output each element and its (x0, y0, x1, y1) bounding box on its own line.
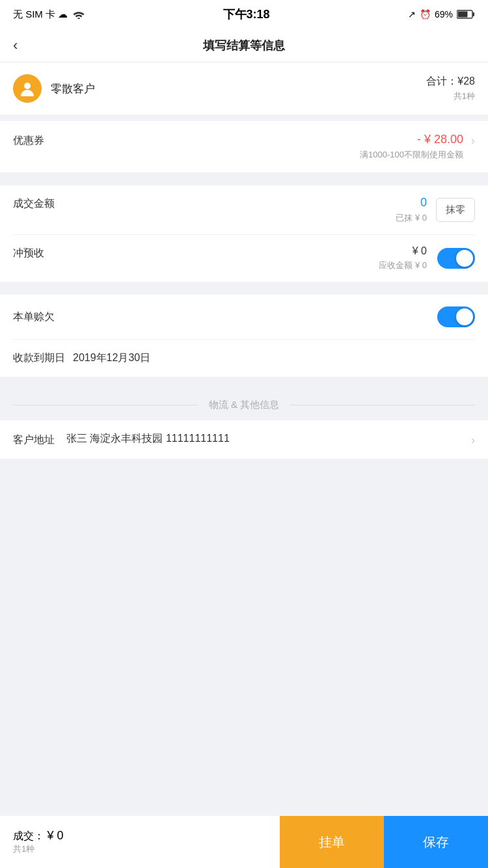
deal-amount-right: 0 已抹 ¥ 0 抹零 (396, 196, 475, 224)
deal-sub: 已抹 ¥ 0 (396, 212, 427, 224)
address-row[interactable]: 客户地址 张三 海淀永丰科技园 11111111111 › (0, 420, 488, 459)
section-divider-3 (0, 383, 488, 390)
logistics-header: 物流 & 其他信息 (0, 390, 488, 420)
debt-toggle[interactable] (437, 306, 475, 327)
svg-rect-3 (457, 12, 467, 18)
deal-value[interactable]: 0 (396, 196, 427, 210)
toggle-knob (456, 250, 473, 267)
bottom-bar: 成交： ¥ 0 共1种 挂单 保存 (0, 816, 488, 868)
customer-section: 零散客户 合计：¥28 共1种 (0, 62, 488, 115)
customer-avatar (13, 74, 42, 103)
prepay-right: ¥ 0 应收金额 ¥ 0 (379, 245, 475, 271)
deal-amount-label: 成交金额 (13, 196, 65, 211)
pend-button[interactable]: 挂单 (280, 816, 384, 868)
due-date-value[interactable]: 2019年12月30日 (73, 351, 150, 365)
section-divider-1 (0, 179, 488, 185)
battery-label: 69% (435, 9, 453, 20)
customer-left: 零散客户 (13, 74, 95, 103)
summary-amount: ¥ 0 (47, 829, 63, 842)
customer-count: 共1种 (426, 90, 475, 102)
summary-count: 共1种 (13, 843, 267, 855)
deal-input-area: 0 已抹 ¥ 0 (396, 196, 427, 224)
prepay-value-area: ¥ 0 应收金额 ¥ 0 (379, 245, 427, 271)
summary-label: 成交： (13, 830, 44, 841)
nav-bar: ‹ 填写结算等信息 (0, 29, 488, 62)
round-zero-button[interactable]: 抹零 (436, 198, 475, 222)
debt-row: 本单赊欠 (0, 295, 488, 339)
customer-row: 零散客户 合计：¥28 共1种 (0, 62, 488, 115)
prepay-sub: 应收金额 ¥ 0 (379, 260, 427, 271)
address-value: 张三 海淀永丰科技园 11111111111 (66, 432, 230, 446)
deal-amount-row: 成交金额 0 已抹 ¥ 0 抹零 (0, 185, 488, 234)
customer-total: 合计：¥28 (426, 75, 475, 88)
deal-section: 成交金额 0 已抹 ¥ 0 抹零 冲预收 ¥ 0 应收金额 ¥ 0 (0, 185, 488, 282)
address-label: 客户地址 (13, 432, 59, 447)
bottom-summary: 成交： ¥ 0 共1种 (0, 829, 280, 855)
debt-section: 本单赊欠 收款到期日 2019年12月30日 (0, 295, 488, 377)
bottom-summary-top: 成交： ¥ 0 (13, 829, 267, 843)
header-line-left (13, 405, 198, 405)
coupon-value-area: - ¥ 28.00 满1000-100不限制使用金额 (360, 133, 463, 161)
status-right: ↗ ⏰ 69% (408, 9, 475, 20)
prepay-label: 冲预收 (13, 245, 65, 260)
wifi-icon (73, 10, 85, 19)
svg-point-0 (77, 18, 80, 19)
prepay-toggle[interactable] (437, 248, 475, 269)
address-left: 客户地址 张三 海淀永丰科技园 11111111111 (13, 432, 230, 447)
header-line-right (290, 405, 475, 405)
coupon-section: 优惠券 - ¥ 28.00 满1000-100不限制使用金额 › (0, 121, 488, 172)
status-bar: 无 SIM 卡 ☁ 下午3:18 ↗ ⏰ 69% (0, 0, 488, 29)
location-icon: ↗ (408, 9, 416, 20)
no-sim-label: 无 SIM 卡 ☁ (13, 8, 68, 21)
status-time: 下午3:18 (223, 7, 270, 22)
customer-name: 零散客户 (51, 81, 95, 96)
customer-right: 合计：¥28 共1种 (426, 75, 475, 102)
back-button[interactable]: ‹ (13, 37, 18, 54)
coupon-desc: 满1000-100不限制使用金额 (360, 149, 463, 161)
coupon-row[interactable]: 优惠券 - ¥ 28.00 满1000-100不限制使用金额 › (0, 121, 488, 172)
main-content: 零散客户 合计：¥28 共1种 优惠券 - ¥ 28.00 满1000-100不… (0, 62, 488, 524)
page-title: 填写结算等信息 (203, 38, 285, 53)
battery-icon (457, 10, 475, 19)
svg-rect-2 (472, 12, 474, 16)
prepay-amount: ¥ 0 (379, 245, 427, 257)
debt-toggle-knob (456, 308, 473, 325)
prepay-row: 冲预收 ¥ 0 应收金额 ¥ 0 (0, 235, 488, 282)
address-section: 客户地址 张三 海淀永丰科技园 11111111111 › (0, 420, 488, 459)
address-chevron-icon: › (471, 432, 475, 447)
chevron-right-icon: › (471, 133, 475, 148)
coupon-discount: - ¥ 28.00 (360, 133, 463, 146)
section-divider-2 (0, 288, 488, 295)
save-button[interactable]: 保存 (384, 816, 488, 868)
due-date-row: 收款到期日 2019年12月30日 (0, 340, 488, 377)
status-left: 无 SIM 卡 ☁ (13, 8, 85, 21)
svg-point-4 (24, 83, 31, 89)
coupon-right: - ¥ 28.00 满1000-100不限制使用金额 › (360, 133, 475, 161)
coupon-label: 优惠券 (13, 133, 65, 148)
due-date-label: 收款到期日 (13, 351, 65, 365)
logistics-label: 物流 & 其他信息 (209, 399, 279, 411)
debt-label: 本单赊欠 (13, 310, 55, 324)
alarm-icon: ⏰ (420, 9, 431, 20)
